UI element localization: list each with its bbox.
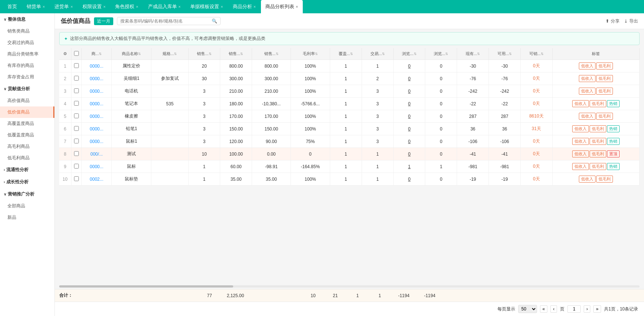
- view1-link[interactable]: 0: [408, 64, 411, 69]
- row-checkbox[interactable]: [74, 164, 79, 169]
- horizontal-scrollbar[interactable]: [59, 285, 640, 288]
- view1-link[interactable]: 0: [408, 177, 411, 182]
- row-view1[interactable]: 0: [393, 173, 425, 186]
- sidebar-section-成长性分析[interactable]: ›成长性分析: [0, 176, 54, 188]
- row-view1[interactable]: 0: [393, 85, 425, 98]
- row-checkbox[interactable]: [74, 63, 79, 68]
- row-checkbox[interactable]: [74, 151, 79, 156]
- view1-link[interactable]: 0: [408, 101, 411, 106]
- export-button[interactable]: ⤓ 导出: [624, 18, 638, 24]
- row-view1[interactable]: 0: [393, 60, 425, 72]
- sidebar-item-低覆盖度商品[interactable]: 低覆盖度商品: [0, 129, 54, 141]
- sidebar-item-交易过的商品[interactable]: 交易过的商品: [0, 37, 54, 48]
- select-all-checkbox[interactable]: [74, 51, 79, 56]
- view1-link[interactable]: 0: [408, 139, 411, 144]
- settings-icon[interactable]: ⚙: [63, 51, 67, 56]
- view1-link[interactable]: 0: [408, 76, 411, 81]
- col-trade[interactable]: 交易...⇅: [362, 48, 393, 60]
- col-sellable[interactable]: 可销...⇅: [520, 48, 552, 60]
- sidebar-item-全部商品[interactable]: 全部商品: [0, 200, 54, 212]
- row-checkbox-cell[interactable]: [71, 173, 81, 186]
- row-view1[interactable]: 0: [393, 148, 425, 160]
- col-tags[interactable]: 标签: [552, 48, 639, 60]
- col-sales-amt[interactable]: 销售...⇅: [220, 48, 252, 60]
- close-tab-icon[interactable]: ×: [136, 4, 138, 9]
- nav-tab-商品分析[interactable]: 商品分析×: [228, 0, 260, 13]
- sidebar-section-整体信息[interactable]: ∨整体信息: [0, 13, 54, 26]
- filter-tag[interactable]: 近一月: [94, 17, 113, 25]
- row-checkbox-cell[interactable]: [71, 160, 81, 173]
- search-box[interactable]: 🔍: [117, 17, 221, 25]
- nav-tab-权限设置[interactable]: 权限设置×: [78, 0, 110, 13]
- nav-tab-销货单[interactable]: 销货单×: [22, 0, 49, 13]
- row-checkbox[interactable]: [74, 113, 79, 118]
- sidebar-section-营销推广分析[interactable]: ∨营销推广分析: [0, 188, 54, 200]
- sidebar-item-销售类商品[interactable]: 销售类商品: [0, 26, 54, 37]
- row-checkbox[interactable]: [74, 139, 79, 143]
- col-view2[interactable]: 浏览...⇅: [425, 48, 457, 60]
- sidebar-item-新品[interactable]: 新品: [0, 212, 54, 223]
- row-checkbox[interactable]: [74, 176, 79, 181]
- scrollbar-thumb[interactable]: [59, 285, 233, 288]
- share-button[interactable]: ⬆ 分享: [606, 18, 620, 24]
- prev-page-button[interactable]: ‹: [550, 305, 557, 313]
- page-size-select[interactable]: 50 100 200: [518, 305, 537, 313]
- sidebar-section-流通性分析[interactable]: ›流通性分析: [0, 164, 54, 176]
- close-tab-icon[interactable]: ×: [103, 4, 105, 9]
- next-page-button[interactable]: ›: [584, 305, 590, 313]
- row-view1[interactable]: 0: [393, 110, 425, 123]
- col-settings[interactable]: ⚙: [59, 48, 71, 60]
- row-view1[interactable]: 0: [393, 98, 425, 110]
- col-sales-price[interactable]: 销售...⇅: [252, 48, 291, 60]
- col-view1[interactable]: 浏览...⇅: [393, 48, 425, 60]
- sidebar-section-贡献值分析[interactable]: ∨贡献值分析: [0, 83, 54, 95]
- sidebar-item-低毛利商品[interactable]: 低毛利商品: [0, 152, 54, 164]
- row-view1[interactable]: 0: [393, 135, 425, 148]
- row-checkbox-cell[interactable]: [71, 85, 81, 98]
- row-view1[interactable]: 0: [393, 123, 425, 135]
- col-gross-margin[interactable]: 毛利率⇅: [291, 48, 330, 60]
- close-tab-icon[interactable]: ×: [43, 4, 45, 9]
- first-page-button[interactable]: «: [540, 305, 548, 313]
- row-checkbox-cell[interactable]: [71, 123, 81, 135]
- nav-tab-角色授权[interactable]: 角色授权×: [111, 0, 142, 13]
- row-checkbox[interactable]: [74, 76, 79, 81]
- view1-link[interactable]: 0: [408, 114, 411, 119]
- sidebar-item-低价值商品[interactable]: 低价值商品: [0, 106, 54, 118]
- nav-tab-单据模板设置[interactable]: 单据模板设置×: [186, 0, 227, 13]
- col-coverage[interactable]: 覆盖...⇅: [330, 48, 362, 60]
- row-view1[interactable]: 1: [393, 160, 425, 173]
- sidebar-item-高覆盖度商品[interactable]: 高覆盖度商品: [0, 118, 54, 129]
- col-code[interactable]: 商...⇅: [81, 48, 112, 60]
- close-tab-icon[interactable]: ×: [221, 4, 223, 9]
- view1-link[interactable]: 0: [408, 126, 411, 132]
- search-input[interactable]: [120, 18, 210, 24]
- row-view1[interactable]: 0: [393, 72, 425, 85]
- nav-tab-商品分析列表[interactable]: 商品分析列表×: [261, 0, 302, 13]
- last-page-button[interactable]: »: [593, 305, 601, 313]
- row-checkbox-cell[interactable]: [71, 110, 81, 123]
- col-sales-qty[interactable]: 销售...⇅: [188, 48, 220, 60]
- view1-link[interactable]: 1: [408, 164, 411, 169]
- table-container[interactable]: ⚙ 商...⇅ 商品名称⇅ 规格...⇅ 销售...⇅ 销售...⇅ 销售...…: [55, 48, 644, 285]
- nav-tab-产成品入库单[interactable]: 产成品入库单×: [144, 0, 185, 13]
- col-available[interactable]: 可用...⇅: [489, 48, 521, 60]
- row-checkbox-cell[interactable]: [71, 98, 81, 110]
- row-checkbox-cell[interactable]: [71, 135, 81, 148]
- row-checkbox-cell[interactable]: [71, 72, 81, 85]
- col-current[interactable]: 现有...⇅: [457, 48, 489, 60]
- row-checkbox-cell[interactable]: [71, 148, 81, 160]
- view1-link[interactable]: 0: [408, 152, 411, 157]
- sidebar-item-高价值商品[interactable]: 高价值商品: [0, 95, 54, 106]
- close-tab-icon[interactable]: ×: [70, 4, 73, 9]
- col-spec[interactable]: 规格...⇅: [151, 48, 188, 60]
- row-checkbox[interactable]: [74, 88, 79, 93]
- page-number-input[interactable]: [567, 305, 581, 313]
- sidebar-item-有库存的商品[interactable]: 有库存的商品: [0, 60, 54, 71]
- sidebar-item-库存资金占用[interactable]: 库存资金占用: [0, 71, 54, 83]
- close-tab-icon[interactable]: ×: [296, 4, 298, 9]
- row-checkbox[interactable]: [74, 101, 79, 106]
- nav-tab-首页[interactable]: 首页: [3, 0, 21, 13]
- sidebar-item-商品分类销售率[interactable]: 商品分类销售率: [0, 48, 54, 60]
- sidebar-item-高毛利商品[interactable]: 高毛利商品: [0, 141, 54, 152]
